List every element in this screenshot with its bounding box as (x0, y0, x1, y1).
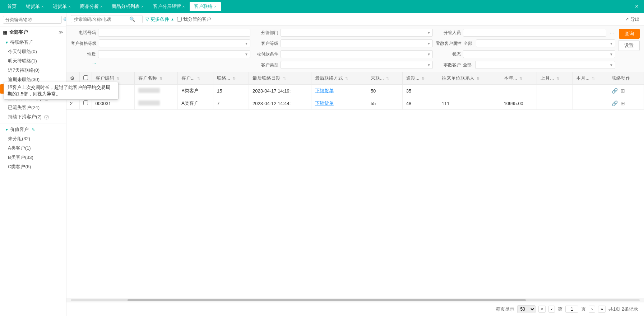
sort-icon: ⇅ (345, 76, 348, 80)
pagination-bar: 每页显示 50 100 200 « ‹ 第 页 › » 共1页 2条记录 (66, 302, 644, 316)
first-page-button[interactable]: « (538, 306, 546, 313)
horizontal-scrollbar[interactable] (66, 298, 644, 302)
th-type: 客户... ⇅ (178, 72, 213, 85)
sidebar-search-input[interactable] (3, 16, 62, 24)
filter-retail-attr: 零散客户属性 全部 ▼ (436, 39, 615, 47)
table-row: 1 000039 B类客户 15 2023-04-17 14:19: 下销货单 … (66, 85, 644, 97)
filter-payment-terms: 收付款条件 ▼ (253, 50, 433, 58)
settings-button[interactable]: 设置 (618, 40, 640, 51)
link-action-icon[interactable]: 🔗 (612, 88, 618, 94)
price-grade-select[interactable] (99, 39, 250, 47)
value-customer-group[interactable]: ▼ 价值客户 ✎ (0, 125, 66, 134)
cell-overdue: 48 (402, 97, 438, 110)
link-action-icon[interactable]: 🔗 (612, 100, 618, 106)
select-all-checkbox[interactable] (83, 75, 88, 80)
contact-way-link[interactable]: 下销货单 (315, 88, 334, 93)
scrollbar-track (71, 299, 640, 301)
close-icon[interactable]: × (214, 4, 216, 9)
export-button[interactable]: ↗ 导出 (625, 16, 640, 23)
retail-customer-select[interactable] (475, 61, 615, 69)
grid-action-icon[interactable]: ⊞ (621, 100, 625, 106)
prev-page-button[interactable]: ‹ (548, 306, 555, 313)
tab-product-analysis-list[interactable]: 商品分析列表 × (107, 2, 148, 11)
retail-attr-select[interactable] (476, 39, 615, 47)
nature-select[interactable] (98, 50, 250, 58)
sidebar-item-lost[interactable]: 已流失客户(24) (0, 103, 66, 112)
filter-ellipsis: ··· (71, 61, 250, 66)
sidebar-item-tomorrow-pending[interactable]: 明天待联络(1) (0, 56, 66, 66)
tab-purchase-order[interactable]: 进货单 × (48, 2, 75, 11)
th-this-year: 本年... ⇅ (500, 72, 537, 85)
search-icon[interactable]: 🔍 (129, 16, 135, 22)
last-page-button[interactable]: » (598, 306, 606, 313)
filter-icon: ▽ (145, 16, 149, 22)
cell-unit-contact (438, 85, 500, 97)
close-icon[interactable]: × (68, 4, 70, 9)
phone-input[interactable] (98, 29, 250, 37)
edit-icon[interactable]: ✎ (32, 127, 35, 132)
dept-select[interactable] (281, 29, 433, 37)
more-conditions-button[interactable]: ▽ 更多条件 ▲ (145, 16, 174, 23)
sort-icon: ⇅ (233, 76, 236, 80)
cell-type: A类客户 (178, 97, 213, 110)
grid-action-icon[interactable]: ⊞ (621, 88, 625, 94)
cell-unit-contact: 111 (438, 97, 500, 110)
page-number-input[interactable] (565, 306, 578, 313)
more-filters-label[interactable]: ··· (71, 61, 96, 66)
filter-person: 分管人员 ··· (436, 29, 615, 37)
cell-this-month (573, 85, 608, 97)
cell-this-month (573, 97, 608, 110)
collapse-button[interactable]: ≫ (59, 30, 63, 35)
data-table-container: ⚙ 客户编码 ⇅ 客户名称 ⇅ (66, 72, 644, 298)
sidebar-item-class-b[interactable]: B类客户(33) (0, 153, 66, 162)
tab-home[interactable]: 首页 (3, 2, 21, 11)
close-icon[interactable]: × (141, 4, 143, 9)
sidebar-item-class-c[interactable]: C类客户(6) (0, 162, 66, 171)
per-page-select[interactable]: 50 100 200 (517, 305, 536, 313)
sort-icon: ⇅ (283, 76, 286, 80)
row-checkbox[interactable] (83, 100, 88, 105)
tab-customer-contact[interactable]: 客户联络 × (190, 2, 221, 11)
payment-terms-select[interactable] (281, 50, 433, 58)
cell-contact: 7 (213, 97, 249, 110)
cell-last-month (537, 97, 573, 110)
sidebar-item-class-a[interactable]: A类客户(1) (0, 143, 66, 153)
close-all-button[interactable]: × (632, 3, 641, 10)
sort-icon: ⇅ (477, 76, 479, 80)
sidebar-item-ungrouped[interactable]: 未分组(32) (0, 134, 66, 143)
cell-type: B类客户 (178, 85, 213, 97)
cell-contact: 15 (213, 85, 249, 97)
advanced-filter-area: 电话号码 客户价格等级 ▼ 性质 ▼ (66, 26, 644, 72)
filter-phone: 电话号码 (71, 29, 250, 37)
data-table: ⚙ 客户编码 ⇅ 客户名称 ⇅ (66, 72, 644, 110)
cell-name (135, 97, 178, 110)
sidebar-item-7day-pending[interactable]: 近7天待联络(0) (0, 66, 66, 75)
arrow-icon: ▼ (5, 41, 9, 44)
close-icon[interactable]: × (100, 4, 102, 9)
pending-contact-group[interactable]: ▼ 待联络客户 (0, 38, 66, 47)
tab-product-analysis[interactable]: 商品分析 × (76, 2, 107, 11)
customer-grade-select[interactable] (281, 39, 433, 47)
scrollbar-thumb[interactable] (128, 299, 526, 301)
person-input[interactable] (463, 29, 606, 37)
contact-way-link[interactable]: 下销货单 (315, 100, 334, 106)
close-icon[interactable]: × (41, 4, 43, 9)
search-input[interactable] (74, 17, 128, 22)
next-page-button[interactable]: › (589, 306, 595, 313)
my-customers-checkbox-input[interactable] (177, 17, 182, 22)
table-settings-icon[interactable]: ⚙ (70, 75, 75, 81)
tab-sales-order[interactable]: 销货单 × (22, 2, 48, 11)
filter-status: 状态 ▼ (436, 50, 615, 58)
ellipsis-icon[interactable]: ··· (608, 30, 615, 36)
sidebar-item-declining[interactable]: 持续下滑客户(2) ? (0, 112, 66, 122)
cell-last-contact-way: 下销货单 (311, 97, 367, 110)
query-button[interactable]: 查询 (619, 29, 640, 39)
status-select[interactable] (463, 50, 615, 58)
help-icon[interactable]: ? (44, 115, 49, 119)
sidebar-item-today-pending[interactable]: 今天待联络(0) (0, 47, 66, 56)
sidebar-search-icon[interactable]: 🔍 (63, 17, 66, 23)
tab-customer-tier[interactable]: 客户分层经营 × (149, 2, 189, 11)
close-icon[interactable]: × (182, 4, 185, 9)
customer-type-select[interactable] (281, 61, 433, 69)
th-last-month: 上月... ⇅ (537, 72, 573, 85)
